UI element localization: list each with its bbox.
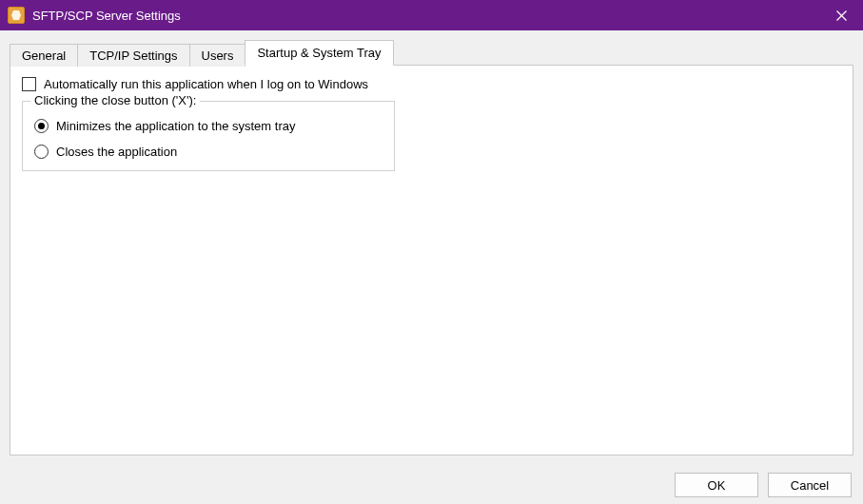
tab-label: Startup & System Tray <box>257 46 381 60</box>
tab-tcpip[interactable]: TCP/IP Settings <box>77 44 189 67</box>
tab-general[interactable]: General <box>10 44 78 67</box>
cancel-button[interactable]: Cancel <box>768 473 852 497</box>
window-title: SFTP/SCP Server Settings <box>32 9 819 23</box>
titlebar: SFTP/SCP Server Settings <box>0 0 863 30</box>
close-behavior-group: Clicking the close button ('X'): Minimiz… <box>22 101 395 171</box>
tab-users[interactable]: Users <box>189 44 246 67</box>
tab-startup[interactable]: Startup & System Tray <box>245 40 393 66</box>
ok-button[interactable]: OK <box>675 473 758 497</box>
close-button[interactable] <box>819 0 863 30</box>
tab-label: General <box>22 48 66 63</box>
radio-close[interactable] <box>34 145 49 159</box>
tab-strip: General TCP/IP Settings Users Startup & … <box>10 40 853 66</box>
content-area: General TCP/IP Settings Users Startup & … <box>0 30 863 466</box>
tab-label: Users <box>202 48 234 63</box>
radio-minimize-row: Minimizes the application to the system … <box>34 119 382 133</box>
radio-close-row: Closes the application <box>34 145 382 159</box>
close-icon <box>836 10 847 21</box>
autorun-checkbox-row: Automatically run this application when … <box>22 77 841 91</box>
tab-panel-startup: Automatically run this application when … <box>10 65 853 456</box>
autorun-checkbox[interactable] <box>22 77 36 91</box>
tab-container: General TCP/IP Settings Users Startup & … <box>10 40 853 456</box>
tab-label: TCP/IP Settings <box>89 48 177 63</box>
radio-close-label: Closes the application <box>56 145 177 159</box>
dialog-footer: OK Cancel <box>0 466 863 504</box>
radio-minimize-label: Minimizes the application to the system … <box>56 119 295 133</box>
radio-minimize[interactable] <box>34 119 49 133</box>
autorun-label: Automatically run this application when … <box>44 77 368 91</box>
close-behavior-legend: Clicking the close button ('X'): <box>30 93 200 107</box>
app-icon <box>8 7 25 24</box>
